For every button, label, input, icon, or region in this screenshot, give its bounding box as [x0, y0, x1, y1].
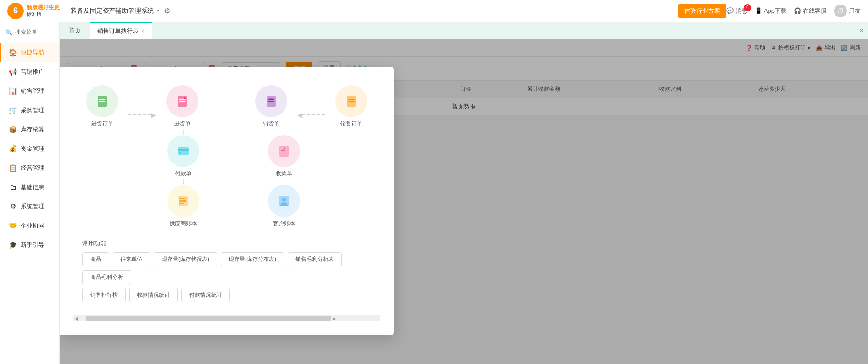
- sidebar-item-label: 快捷导航: [21, 49, 44, 57]
- system-dropdown-icon[interactable]: ▾: [157, 8, 159, 14]
- sidebar-item-quick[interactable]: 🏠 快捷导航: [0, 43, 59, 62]
- tab-close-icon[interactable]: ×: [142, 28, 144, 34]
- supplier-ledger-label: 供应商账本: [169, 220, 197, 228]
- sidebar-item-label: 基础信息: [21, 183, 44, 191]
- quick-btn-product[interactable]: 商品: [82, 252, 109, 266]
- customer-ledger-icon: [268, 185, 300, 217]
- scrollbar-left-arrow[interactable]: ◀: [73, 315, 80, 321]
- receipt-bill-icon: [268, 135, 300, 167]
- wf-node-receipt-bill[interactable]: 收款单: [257, 135, 311, 178]
- system-name: 装备及固定资产辅助管理系统: [71, 7, 154, 15]
- tab-sales-order[interactable]: 销售订单执行表 ×: [90, 22, 152, 39]
- purchase-icon: 🛒: [9, 106, 17, 114]
- sidebar-item-operations[interactable]: 📋 经营管理: [0, 158, 59, 178]
- purchase-bill-icon: [166, 85, 198, 117]
- modal-overlay[interactable]: 进货订单 ▶: [60, 39, 868, 364]
- sidebar-item-label: 系统管理: [21, 202, 44, 211]
- quick-btn-product-profit[interactable]: 商品毛利分析: [82, 270, 131, 284]
- avatar: 用: [834, 5, 847, 17]
- svg-rect-8: [279, 146, 289, 157]
- sidebar-item-label: 营销推广: [21, 68, 44, 76]
- sidebar-item-system[interactable]: ⚙ 系统管理: [0, 197, 59, 216]
- svg-rect-3: [269, 98, 273, 99]
- basic-icon: 🗂: [9, 184, 17, 191]
- content-area: 首页 销售订单执行表 × × ❓ 帮助 🖨: [60, 22, 868, 364]
- service-icon: 🎧: [794, 7, 801, 14]
- sidebar-item-finance[interactable]: 💰 资金管理: [0, 139, 59, 158]
- receipt-bill-label: 收款单: [276, 170, 292, 178]
- sidebar-item-sales[interactable]: 📊 销售管理: [0, 81, 59, 101]
- message-badge: 6: [744, 4, 751, 11]
- user-menu[interactable]: 用 用友: [834, 5, 861, 17]
- wf-node-payment-bill[interactable]: 付款单: [156, 135, 211, 178]
- tab-bar-close-icon[interactable]: ×: [859, 27, 863, 35]
- quick-functions-title: 常用功能: [82, 239, 371, 248]
- modal-scrollbar[interactable]: ◀ ▶: [73, 315, 380, 321]
- sidebar-item-marketing[interactable]: 📢 营销推广: [0, 62, 59, 81]
- tab-home[interactable]: 首页: [60, 22, 90, 39]
- sales-order-icon: [335, 85, 367, 117]
- scrollbar-thumb[interactable]: [86, 316, 331, 321]
- quick-btn-sales-rank[interactable]: 销售排行榜: [82, 288, 126, 302]
- trial-button[interactable]: 体验行业方案: [678, 4, 726, 18]
- wf-node-supplier-ledger[interactable]: 供应商账本: [156, 185, 211, 228]
- quick-btn-payment-stats[interactable]: 付款情况统计: [181, 288, 230, 302]
- system-title-area: 装备及固定资产辅助管理系统 ▾ ⚙: [71, 6, 678, 15]
- tab-bar: 首页 销售订单执行表 × ×: [60, 22, 868, 39]
- quick-buttons-row1: 商品 往来单位 现存量(库存状况表) 现存量(库存分布表) 销售毛利分析表 商品…: [82, 252, 371, 284]
- collab-icon: 🤝: [9, 222, 17, 230]
- settings-icon[interactable]: ⚙: [164, 6, 170, 15]
- sidebar-item-label: 资金管理: [21, 145, 44, 153]
- wf-node-sales-bill[interactable]: 销货单: [247, 85, 295, 128]
- sidebar-item-guide[interactable]: 🎓 新手引导: [0, 235, 59, 255]
- svg-rect-6: [178, 149, 189, 151]
- brand-sub: 标准版: [27, 11, 60, 17]
- message-icon: 💬: [726, 7, 734, 14]
- sidebar: 🔍 搜索菜单 🏠 快捷导航 📢 营销推广 📊 销售管理 🛒 采购管理: [0, 22, 60, 364]
- sidebar-item-label: 新手引导: [21, 241, 44, 249]
- quick-btn-receipt-stats[interactable]: 收款情况统计: [129, 288, 178, 302]
- logo-text: 畅康通好生意 标准版: [27, 4, 60, 18]
- quick-btn-stock-dist[interactable]: 现存量(库存分布表): [221, 252, 284, 266]
- purchase-order-label: 进货订单: [91, 120, 113, 128]
- purchase-order-icon: [86, 85, 118, 117]
- top-right-actions: 💬 消息 6 📱 App下载 🎧 在线客服 用 用友: [726, 5, 861, 17]
- user-name: 用友: [849, 7, 861, 15]
- sales-bill-icon: [255, 85, 287, 117]
- sidebar-item-inventory[interactable]: 📦 库存核算: [0, 120, 59, 139]
- wf-node-purchase-bill[interactable]: 进货单: [158, 85, 207, 128]
- sidebar-item-basic[interactable]: 🗂 基础信息: [0, 178, 59, 197]
- message-button[interactable]: 💬 消息 6: [726, 7, 748, 15]
- quick-btn-sales-profit[interactable]: 销售毛利分析表: [288, 252, 342, 266]
- quick-functions-area: 常用功能 商品 往来单位 现存量(库存状况表) 现存量(库存分布表) 销售毛利分…: [73, 232, 380, 310]
- main-area: 🔍 搜索菜单 🏠 快捷导航 📢 营销推广 📊 销售管理 🛒 采购管理: [0, 22, 868, 364]
- sidebar-item-purchase[interactable]: 🛒 采购管理: [0, 101, 59, 120]
- brand-name: 畅康通好生意: [27, 4, 60, 11]
- svg-point-12: [282, 198, 286, 201]
- quick-nav-icon: 🏠: [9, 49, 17, 57]
- wf-node-purchase-order[interactable]: 进货订单: [78, 85, 126, 128]
- logo-area: 6 畅康通好生意 标准版: [7, 3, 67, 19]
- scrollbar-right-arrow[interactable]: ▶: [331, 315, 338, 321]
- supplier-ledger-icon: [167, 185, 199, 217]
- search-menu-label: 搜索菜单: [15, 28, 37, 36]
- app-container: 6 畅康通好生意 标准版 装备及固定资产辅助管理系统 ▾ ⚙ 体验行业方案 💬 …: [0, 0, 868, 364]
- sales-order-label: 销售订单: [340, 120, 362, 128]
- wf-node-sales-order[interactable]: 销售订单: [327, 85, 376, 128]
- payment-bill-label: 付款单: [175, 170, 191, 178]
- wf-node-customer-ledger[interactable]: 客户账本: [257, 185, 311, 228]
- sidebar-item-label: 经营管理: [21, 164, 44, 172]
- quick-btn-contact[interactable]: 往来单位: [113, 252, 150, 266]
- quick-btn-stock-status[interactable]: 现存量(库存状况表): [154, 252, 217, 266]
- page-content: ❓ 帮助 🖨 按模板打印 ▾ 📤 导出 🔄: [60, 39, 868, 364]
- online-service-button[interactable]: 🎧 在线客服: [794, 7, 827, 15]
- payment-bill-icon: [167, 135, 199, 167]
- system-icon: ⚙: [9, 202, 17, 211]
- inventory-icon: 📦: [9, 125, 17, 134]
- search-menu-button[interactable]: 🔍 搜索菜单: [4, 27, 55, 38]
- operations-icon: 📋: [9, 164, 17, 172]
- download-icon: 📱: [755, 7, 762, 14]
- app-download-button[interactable]: 📱 App下载: [755, 7, 786, 15]
- logo-icon: 6: [7, 3, 24, 19]
- sidebar-item-collab[interactable]: 🤝 企业协同: [0, 216, 59, 235]
